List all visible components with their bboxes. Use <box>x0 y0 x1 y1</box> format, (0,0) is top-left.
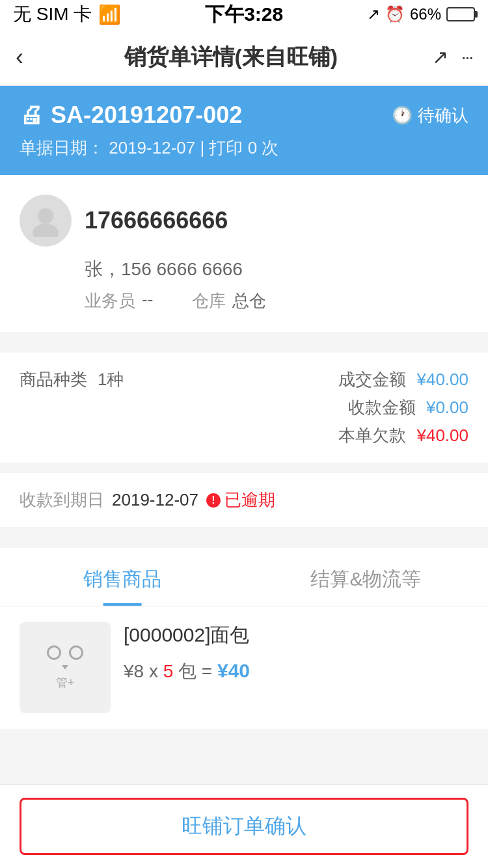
carrier-text: 无 SIM 卡 <box>13 2 92 27</box>
status-carrier: 无 SIM 卡 📶 <box>13 2 121 27</box>
wifi-icon: 📶 <box>98 4 121 25</box>
product-list: 管+ [0000002]面包 ¥8 x 5 包 = ¥40 <box>0 606 488 729</box>
price-times: x <box>149 661 163 681</box>
page-title: 销货单详情(来自旺铺) <box>30 42 432 72</box>
status-text: 待确认 <box>418 104 468 127</box>
owed-row: 本单欠款 ¥40.00 <box>338 424 468 447</box>
order-date-label: 单据日期： <box>20 138 104 157</box>
tabs: 销售商品 结算&物流等 <box>0 548 488 606</box>
salesman-value: -- <box>142 290 153 312</box>
due-date-card: 收款到期日 2019-12-07 ! 已逾期 <box>0 473 488 527</box>
overdue-dot-icon: ! <box>206 493 221 508</box>
product-unit: 包 <box>178 661 197 681</box>
confirm-button[interactable]: 旺铺订单确认 <box>20 798 468 855</box>
salesman-info: 业务员 -- <box>85 290 153 312</box>
product-price-row: ¥8 x 5 包 = ¥40 <box>124 659 468 684</box>
customer-name: 张，156 6666 6666 <box>85 257 468 282</box>
overdue-text: 已逾期 <box>224 489 275 511</box>
battery-icon <box>446 7 475 21</box>
due-date-value: 2019-12-07 <box>112 490 198 510</box>
warehouse-info: 仓库 总仓 <box>192 290 266 312</box>
tab-products[interactable]: 销售商品 <box>0 548 244 606</box>
salesman-label: 业务员 <box>85 290 135 312</box>
received-label: 收款金额 <box>348 396 416 419</box>
product-total: ¥40 <box>217 660 250 681</box>
amount-label: 成交金额 <box>338 368 406 391</box>
received-row: 收款金额 ¥0.00 <box>348 396 468 419</box>
status-clock-icon: 🕐 <box>392 105 413 126</box>
product-name: [0000002]面包 <box>124 622 468 649</box>
order-date-value: 2019-12-07 <box>109 138 195 157</box>
amount-value: ¥40.00 <box>416 370 468 390</box>
product-type-row: 商品种类 1种 <box>20 368 124 391</box>
avatar-icon <box>29 204 62 237</box>
product-details: [0000002]面包 ¥8 x 5 包 = ¥40 <box>124 622 468 684</box>
status-time: 下午3:28 <box>205 1 283 28</box>
overdue-badge: ! 已逾期 <box>206 489 275 511</box>
warehouse-label: 仓库 <box>192 290 226 312</box>
summary-card: 商品种类 1种 成交金额 ¥40.00 收款金额 ¥0.00 本单欠款 ¥40.… <box>0 353 488 463</box>
order-status: 🕐 待确认 <box>392 104 468 127</box>
product-item: 管+ [0000002]面包 ¥8 x 5 包 = ¥40 <box>20 622 468 713</box>
due-date-label: 收款到期日 <box>20 489 104 511</box>
product-placeholder: 管+ <box>47 645 83 690</box>
owl-eye-right <box>69 645 83 660</box>
bottom-button-area: 旺铺订单确认 <box>0 784 488 868</box>
received-value: ¥0.00 <box>426 398 468 418</box>
amount-row: 成交金额 ¥40.00 <box>338 368 468 391</box>
product-image: 管+ <box>20 622 111 713</box>
owl-eyes <box>47 645 83 660</box>
svg-point-0 <box>38 208 53 224</box>
alarm-icon: ⏰ <box>385 5 405 23</box>
product-qty: 5 <box>163 661 174 681</box>
status-right: ↗ ⏰ 66% <box>367 5 475 23</box>
share-button[interactable]: ↗ <box>432 46 448 68</box>
divider-1 <box>0 342 488 353</box>
nav-bar: ‹ 销货单详情(来自旺铺) ↗ ··· <box>0 29 488 86</box>
order-date: 单据日期： 2019-12-07 | 打印 0 次 <box>20 137 468 159</box>
back-button[interactable]: ‹ <box>9 37 30 77</box>
order-id-text: SA-20191207-002 <box>51 102 242 129</box>
nav-actions: ↗ ··· <box>432 46 472 68</box>
location-icon: ↗ <box>367 5 380 23</box>
more-button[interactable]: ··· <box>461 47 472 68</box>
customer-card: 17666666666 张，156 6666 6666 业务员 -- 仓库 总仓 <box>0 175 488 332</box>
battery-text: 66% <box>410 5 441 23</box>
owl-label: 管+ <box>56 675 75 690</box>
customer-phone: 17666666666 <box>85 207 228 234</box>
equals-sign: = <box>202 661 217 681</box>
order-print-info: | 打印 0 次 <box>200 138 278 157</box>
owed-value: ¥40.00 <box>416 426 468 446</box>
owed-label: 本单欠款 <box>338 424 406 447</box>
divider-2 <box>0 537 488 548</box>
tab-settlement[interactable]: 结算&物流等 <box>244 548 488 606</box>
status-bar: 无 SIM 卡 📶 下午3:28 ↗ ⏰ 66% <box>0 0 488 29</box>
svg-point-1 <box>33 224 59 237</box>
owl-beak <box>62 665 68 670</box>
product-type-label: 商品种类 <box>20 368 98 391</box>
order-id: 🖨 SA-20191207-002 <box>20 102 242 129</box>
product-price: ¥8 <box>124 661 144 681</box>
order-banner: 🖨 SA-20191207-002 🕐 待确认 单据日期： 2019-12-07… <box>0 86 488 175</box>
product-type-value: 1种 <box>98 368 124 391</box>
warehouse-value: 总仓 <box>232 290 266 312</box>
owl-eye-left <box>47 645 61 660</box>
customer-avatar <box>20 195 72 247</box>
order-icon: 🖨 <box>20 102 43 129</box>
